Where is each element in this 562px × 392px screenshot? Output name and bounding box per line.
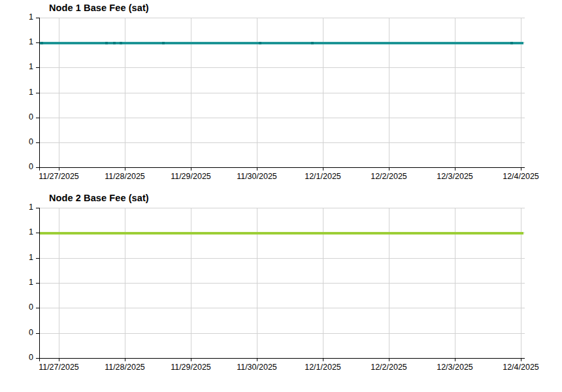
- x-tick-label: 12/3/2025: [422, 172, 488, 182]
- x-tick-label: 11/29/2025: [158, 363, 223, 372]
- h-gridline: [40, 333, 525, 334]
- x-tick-label: 11/29/2025: [158, 172, 223, 182]
- chart-title: Node 1 Base Fee (sat): [49, 3, 149, 13]
- v-gridline: [521, 18, 521, 167]
- plot-area: [40, 208, 524, 358]
- x-tick-label: 12/2/2025: [356, 363, 422, 372]
- y-tick-label: 1: [0, 203, 33, 212]
- y-tick-label: 0: [0, 162, 33, 172]
- data-point-marker: [113, 42, 116, 44]
- v-gridline: [59, 18, 59, 167]
- y-tick-label: 1: [0, 37, 33, 47]
- data-point-marker: [259, 42, 261, 44]
- x-tick-label: 11/30/2025: [224, 172, 289, 182]
- x-axis-line: [39, 167, 525, 168]
- y-tick-label: 0: [0, 328, 33, 338]
- data-point-marker: [105, 42, 108, 44]
- y-axis-line: [39, 208, 40, 361]
- y-tick-label: 0: [0, 112, 33, 122]
- dual-fee-charts-page: Node 1 Base Fee (sat) 111100011/27/20251…: [0, 0, 562, 392]
- y-tick-label: 0: [0, 137, 33, 147]
- x-tick-label: 12/2/2025: [356, 172, 422, 182]
- chart-title: Node 2 Base Fee (sat): [49, 193, 149, 203]
- data-point-marker: [120, 42, 122, 44]
- v-gridline: [323, 208, 323, 358]
- series-line: [40, 232, 523, 235]
- data-point-marker: [510, 42, 513, 44]
- v-gridline: [257, 208, 257, 358]
- v-gridline: [323, 18, 323, 167]
- x-tick-label: 11/27/2025: [26, 363, 91, 372]
- v-gridline: [125, 208, 125, 358]
- v-gridline: [125, 18, 125, 167]
- v-gridline: [389, 18, 389, 167]
- series-line: [40, 42, 523, 44]
- h-gridline: [40, 258, 525, 259]
- h-gridline: [40, 118, 525, 118]
- v-gridline: [521, 208, 521, 358]
- h-gridline: [40, 142, 525, 143]
- h-gridline: [40, 208, 525, 208]
- v-gridline: [257, 18, 257, 167]
- data-point-marker: [162, 42, 165, 44]
- x-tick-label: 11/30/2025: [224, 363, 289, 372]
- h-gridline: [40, 93, 525, 93]
- h-gridline: [40, 308, 525, 308]
- x-tick-label: 12/4/2025: [488, 363, 554, 372]
- v-gridline: [455, 18, 455, 167]
- y-tick-label: 1: [0, 62, 33, 72]
- y-tick-label: 0: [0, 302, 33, 312]
- x-tick-label: 12/4/2025: [488, 172, 554, 182]
- y-tick-label: 1: [0, 227, 33, 237]
- h-gridline: [40, 67, 525, 68]
- v-gridline: [455, 208, 455, 358]
- y-tick-label: 1: [0, 278, 33, 287]
- x-axis-line: [39, 358, 525, 359]
- h-gridline: [40, 283, 525, 284]
- v-gridline: [389, 208, 389, 358]
- x-tick-label: 11/28/2025: [92, 172, 157, 182]
- x-tick-label: 11/27/2025: [26, 172, 91, 182]
- v-gridline: [191, 208, 191, 358]
- x-tick-label: 12/1/2025: [290, 172, 355, 182]
- chart-node1-base-fee: Node 1 Base Fee (sat) 111100011/27/20251…: [0, 0, 562, 190]
- h-gridline: [40, 18, 525, 18]
- y-tick-label: 1: [0, 12, 33, 22]
- y-axis-line: [39, 18, 40, 171]
- chart-node2-base-fee: Node 2 Base Fee (sat) 111100011/27/20251…: [0, 190, 562, 392]
- v-gridline: [191, 18, 191, 167]
- x-tick-label: 12/1/2025: [290, 363, 355, 372]
- x-tick-label: 12/3/2025: [422, 363, 488, 372]
- x-tick-label: 11/28/2025: [92, 363, 157, 372]
- y-tick-label: 1: [0, 253, 33, 263]
- data-point-marker: [311, 42, 314, 44]
- data-point-marker: [41, 42, 43, 44]
- y-tick-label: 0: [0, 353, 33, 363]
- plot-area: [40, 18, 524, 167]
- y-tick-label: 1: [0, 88, 33, 97]
- v-gridline: [59, 208, 59, 358]
